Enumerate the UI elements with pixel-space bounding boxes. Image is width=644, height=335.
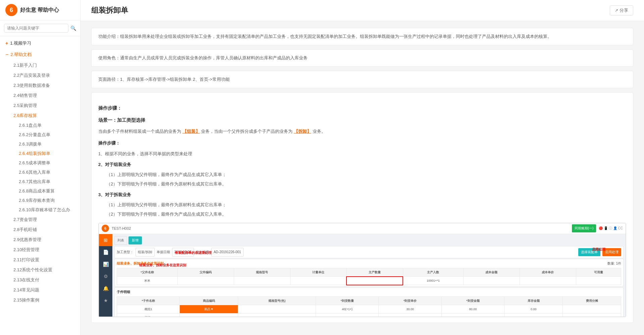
sim-child-cell-2-7: 0.00 (504, 313, 563, 317)
sim-parent-cell-cost-unit (520, 277, 576, 285)
sidebar-item-print[interactable]: 2.11打印设置 (8, 255, 80, 265)
sim-parent-th-2: 父件编码 (178, 268, 234, 277)
sim-child-th-6: *到货金额 (441, 296, 504, 305)
sidebar-item-faq[interactable]: 2.14常见问题 (8, 285, 80, 295)
scenario-desc-2: 业务，当由一个父件拆分成多个子产品的业务为 (201, 129, 292, 134)
share-icon: ↗ (615, 8, 618, 13)
sidebar-item-assembly[interactable]: 2.6.4组装拆卸单 (13, 149, 80, 158)
sidebar-item-ledger-error[interactable]: 2.6.10库存账本错了怎么办 (13, 205, 80, 215)
sim-child-th-8: 费用分摊 (563, 296, 621, 305)
step1: 1、根据不同的业务，选择不同单据的类型来处理 (98, 150, 626, 158)
sim-child-th-5: *到货单价 (379, 296, 441, 305)
sim-sidebar-star: ★ (99, 294, 112, 306)
sidebar-item-other-out[interactable]: 2.6.7其他出库单 (13, 177, 80, 186)
sidebar-item-purchase[interactable]: 2.5采购管理 (8, 101, 80, 111)
sidebar-item-cases[interactable]: 2.15操作案例 (8, 295, 80, 305)
sidebar-item-system[interactable]: 2.12系统个性化设置 (8, 265, 80, 275)
sidebar-item-partial-count[interactable]: 2.6.2分量盘点单 (13, 130, 80, 139)
search-box[interactable]: 🔍 (0, 20, 80, 36)
sim-parent-cell-qty (346, 277, 403, 285)
sim-screen: 6 TEST-H002 同期账期(一) 🔴 📱 ⓘ 👤 CC ⊞ 📄 📊 (99, 223, 626, 317)
sim-child-th-1: *子件名称 (117, 296, 180, 305)
sim-parent-table: *父件名称 父件编码 规格型号 计量单位 主产数量 主产入数 成本金额 成本单价 (117, 268, 621, 285)
scenario-desc: 当由多个子件材料组装成一个成品的业务为 【组装】 业务，当由一个父件拆分成多个子… (98, 127, 626, 135)
sidebar-item-operation[interactable]: 2.10经营管理 (8, 245, 80, 255)
sim-child-th-2: 商品编码 (180, 296, 238, 305)
sidebar-item-other-in[interactable]: 2.6.6其他入库单 (13, 168, 80, 177)
main-content: 组装拆卸单 ↗ 分享 功能介绍：组装拆卸单用来处理企业组装或拆卸等加工业务，支持… (80, 0, 644, 335)
sidebar-item-label: 2.帮助文档 (10, 52, 32, 58)
sidebar-item-inventory-count[interactable]: 2.6.1盘点单 (13, 121, 80, 130)
sim-logo: 6 (102, 225, 109, 232)
role-text: 使用角色：通常由生产人员或库管人员完成拆装业务的操作，库管人员确认原材料的出库和… (98, 55, 308, 60)
sim-parent-header: 组装业务、拆卸业务在这里识别 数量: 1件 (117, 260, 621, 267)
minus-icon: − (5, 52, 8, 57)
sim-child-cell-1-5: 30.00 (379, 305, 441, 313)
sim-parent-cell-cost-amount (463, 277, 520, 285)
sim-child-cell-1-7: 0.00 (504, 305, 563, 313)
screenshot-container: 6 TEST-H002 同期账期(一) 🔴 📱 ⓘ 👤 CC ⊞ 📄 📊 (98, 223, 626, 317)
share-button[interactable]: ↗ 分享 (610, 5, 633, 15)
sim-label-type: 加工类型： (117, 249, 133, 256)
sub-sub-nav-inventory: 2.6.1盘点单 2.6.2分量盘点单 2.6.3调拨单 2.6.4组装拆卸单 … (8, 121, 80, 215)
sidebar-item-data-prep[interactable]: 2.3使用前数据准备 (8, 80, 80, 91)
sidebar-item-adjustment[interactable]: 2.6.3调拨单 (13, 139, 80, 149)
sim-topbar: 6 TEST-H002 同期账期(一) 🔴 📱 ⓘ 👤 CC (99, 223, 626, 234)
sim-parent-cell-spec (234, 277, 290, 285)
sim-topbar-id: TEST-H002 (112, 225, 131, 232)
step2: 2、对于组装业务 (98, 160, 626, 169)
sidebar-item-help-doc[interactable]: − 2.帮助文档 (0, 49, 80, 60)
sidebar-item-cost-reset[interactable]: 2.6.8商品成本重算 (13, 186, 80, 196)
sim-green-btn[interactable]: 同期账期(一) (572, 224, 596, 232)
sidebar-item-inventory[interactable]: 2.6库存核算 (8, 111, 80, 121)
sidebar-item-label: 1.视频学习 (10, 40, 31, 46)
scenario-highlight-1: 【组装】 (182, 129, 200, 134)
sidebar-header: 6 好生意 帮助中心 (0, 0, 80, 20)
intro-text: 功能介绍：组装拆卸单用来处理企业组装或拆卸等加工业务，支持有固定装配清单的产品加… (98, 34, 552, 39)
search-icon[interactable]: 🔍 (70, 25, 76, 31)
sidebar-item-cost-adjust[interactable]: 2.6.5成本调整单 (13, 158, 80, 168)
sidebar: 6 好生意 帮助中心 🔍 + 1.视频学习 − 2.帮助文档 2.1新手入门 2… (0, 0, 80, 335)
sim-child-cell-1-4: 40(+1+) (316, 305, 379, 313)
sidebar-item-mobile[interactable]: 2.8手机旺铺 (8, 225, 80, 235)
sim-sidebar-bell: 🔔 (99, 282, 112, 294)
nav-section: + 1.视频学习 − 2.帮助文档 2.1新手入门 2.2产品安装及登录 2.3… (0, 36, 80, 306)
sim-child-table: *子件名称 商品编码 规格型号(色) *到货数量 *到货单价 *到货金额 库存金… (117, 296, 621, 317)
sim-child-row-1: 概组1 新品▼ 40(+1+) 30.00 80.00 0.00 (117, 305, 621, 313)
sidebar-item-sales[interactable]: 2.4销售管理 (8, 91, 80, 101)
sidebar-item-online-pay[interactable]: 2.13在线支付 (8, 275, 80, 285)
sim-app-main: ⊞ 📄 📊 ⚙ 🔔 ★ 列表 新增 (99, 234, 626, 317)
sidebar-item-coupon[interactable]: 2.9优惠券管理 (8, 235, 80, 245)
page-title: 组装拆卸单 (91, 5, 128, 15)
annotation-text-1: 有装配清单的在这里处理 (175, 249, 212, 256)
sim-parent-th-1: *父件名称 (117, 268, 178, 277)
sidebar-item-new-user[interactable]: 2.1新手入门 (8, 60, 80, 70)
sidebar-item-ledger-query[interactable]: 2.6.9库存账本查询 (13, 196, 80, 205)
sim-tab-list[interactable]: 列表 (114, 236, 127, 245)
sim-input-batch[interactable]: AD-20191226-001 (211, 248, 244, 257)
app-title: 好生意 帮助中心 (20, 7, 59, 14)
sim-child-cell-2-2 (180, 313, 238, 317)
sub-nav-help: 2.1新手入门 2.2产品安装及登录 2.3使用前数据准备 2.4销售管理 2.… (0, 60, 80, 305)
sim-child-cell-1-8 (563, 305, 621, 313)
intro-block: 功能介绍：组装拆卸单用来处理企业组装或拆卸等加工业务，支持有固定装配清单的产品加… (91, 28, 633, 45)
search-input[interactable] (4, 24, 68, 33)
sim-child-cell-1-1: 概组1 (117, 305, 180, 313)
sim-sidebar-settings: ⚙ (99, 270, 112, 282)
sim-parent-th-4: 计量单位 (290, 268, 346, 277)
sidebar-item-install[interactable]: 2.2产品安装及登录 (8, 70, 80, 80)
sim-child-th-3: 规格型号(色) (238, 296, 316, 305)
sim-parent-row: 米米 10001+*1 (117, 277, 621, 285)
sim-parent-th-8: 成本单价 (520, 268, 576, 277)
sim-parent-cell-name: 米米 (117, 277, 178, 285)
sim-input-type[interactable]: 组装/拆卸 (136, 248, 155, 257)
sim-child-row-2: 概组2 30.00 0.00 0.00 0.00 (117, 313, 621, 317)
sidebar-item-video[interactable]: + 1.视频学习 (0, 38, 80, 49)
scenario-highlight-2: 【拆卸】 (294, 129, 311, 134)
ops-block: 操作步骤： 场景一：加工类型选择 当由多个子件材料组装成一个成品的业务为 【组装… (91, 92, 633, 323)
sim-child-cell-1-2: 新品▼ (180, 305, 238, 313)
sim-child-th-4: *到货数量 (316, 296, 379, 305)
sidebar-item-finance[interactable]: 2.7资金管理 (8, 215, 80, 225)
sim-parent-cell-in-qty: 10001+*1 (403, 277, 463, 285)
sim-tab-new[interactable]: 新增 (128, 236, 142, 244)
